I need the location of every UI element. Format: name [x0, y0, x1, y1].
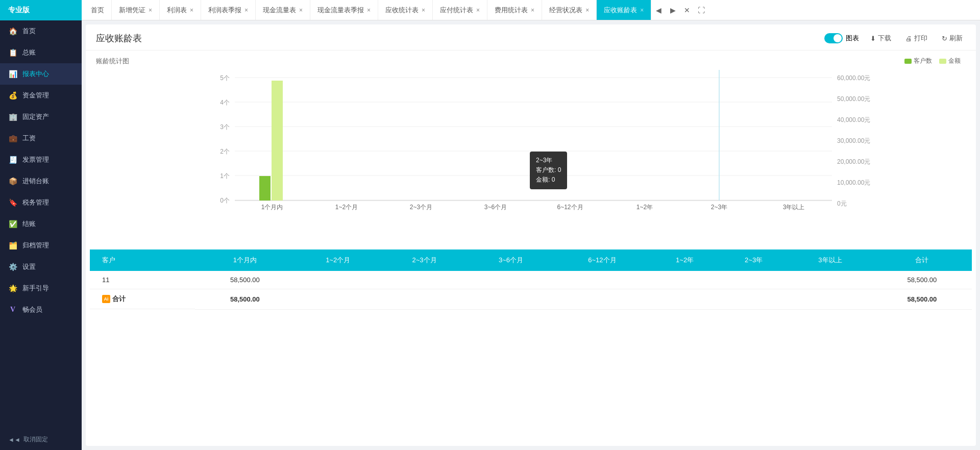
sidebar-item-settle[interactable]: ✅ 结账: [0, 213, 82, 235]
svg-text:0个: 0个: [220, 197, 230, 204]
sidebar-item-reports-label: 报表中心: [22, 69, 49, 79]
download-icon: ⬇: [870, 35, 876, 42]
total-label: 合计: [112, 294, 126, 304]
tab-business-stat[interactable]: 经营状况表 ×: [542, 0, 597, 20]
sidebar-item-sales[interactable]: 📦 进销台账: [0, 170, 82, 192]
svg-text:30,000.00元: 30,000.00元: [837, 137, 870, 144]
tab-payable-stat-close[interactable]: ×: [476, 7, 480, 14]
print-button[interactable]: 🖨 打印: [902, 32, 930, 45]
tab-expense-stat[interactable]: 费用统计表 ×: [487, 0, 542, 20]
tab-cashflow-quarter-close[interactable]: ×: [367, 7, 371, 14]
sidebar-item-sales-label: 进销台账: [22, 177, 49, 186]
tab-nav-prev[interactable]: ◀: [651, 0, 666, 20]
tab-cashflow-quarter-label: 现金流量表季报: [317, 6, 364, 15]
tab-profit-quarter-close[interactable]: ×: [244, 7, 248, 14]
total-m2-3: [381, 289, 468, 310]
tab-profit-label: 利润表: [167, 6, 187, 15]
total-y2-3: [719, 289, 788, 310]
sidebar-item-funds[interactable]: 💰 资金管理: [0, 85, 82, 106]
sidebar-item-guide[interactable]: 🌟 新手引导: [0, 278, 82, 299]
tab-voucher-label: 新增凭证: [119, 6, 145, 15]
chart-svg: 5个 4个 3个 2个 1个 0个 60,000.00元 50,000.00元 …: [96, 70, 966, 233]
sidebar-item-assets-label: 固定资产: [22, 112, 49, 121]
header-actions: 图表 ⬇ 下载 🖨 打印 ↻ 刷新: [824, 32, 966, 45]
sidebar-item-tax-label: 税务管理: [22, 198, 49, 207]
svg-text:4个: 4个: [220, 99, 230, 106]
svg-text:3年以上: 3年以上: [783, 204, 805, 211]
toggle-track[interactable]: [824, 33, 843, 43]
tab-home[interactable]: 首页: [84, 0, 112, 20]
salary-icon: 💼: [8, 134, 17, 142]
cell-m2-3: [381, 271, 468, 289]
tab-cashflow-quarter[interactable]: 现金流量表季报 ×: [310, 0, 378, 20]
member-icon: V: [8, 306, 17, 314]
tab-profit[interactable]: 利润表 ×: [160, 0, 201, 20]
guide-icon: 🌟: [8, 284, 17, 292]
total-m3-6: [468, 289, 554, 310]
tab-receivable-aging[interactable]: 应收账龄表 ×: [597, 0, 651, 20]
tab-close-all[interactable]: ✕: [680, 0, 694, 20]
tab-voucher-close[interactable]: ×: [149, 7, 152, 14]
tab-nav-next[interactable]: ▶: [666, 0, 680, 20]
cell-m1-2: [295, 271, 381, 289]
sidebar-item-archive[interactable]: 🗂️ 归档管理: [0, 235, 82, 256]
sidebar-item-ledger[interactable]: 📋 总账: [0, 42, 82, 63]
legend-amount-color: [939, 59, 946, 64]
sidebar-item-home[interactable]: 🏠 首页: [0, 20, 82, 42]
cell-customer: 11: [90, 271, 195, 289]
tab-cashflow-close[interactable]: ×: [299, 7, 303, 14]
sidebar-item-member[interactable]: V 畅会员: [0, 299, 82, 320]
funds-icon: 💰: [8, 91, 17, 99]
svg-text:1~2个月: 1~2个月: [335, 204, 358, 211]
refresh-icon: ↻: [942, 35, 947, 42]
tab-payable-stat[interactable]: 应付统计表 ×: [433, 0, 487, 20]
app-logo: 专业版: [0, 0, 82, 20]
svg-text:20,000.00元: 20,000.00元: [837, 158, 870, 165]
svg-text:10,000.00元: 10,000.00元: [837, 179, 870, 186]
sidebar-item-home-label: 首页: [22, 27, 36, 36]
refresh-button[interactable]: ↻ 刷新: [939, 32, 966, 45]
svg-text:3~6个月: 3~6个月: [484, 204, 507, 211]
sidebar-item-salary[interactable]: 💼 工资: [0, 128, 82, 149]
sidebar-item-settings[interactable]: ⚙️ 设置: [0, 256, 82, 278]
invoice-icon: 🧾: [8, 156, 17, 164]
sales-icon: 📦: [8, 177, 17, 185]
toggle-thumb: [834, 34, 842, 42]
cell-y1-2: [650, 271, 719, 289]
tab-home-label: 首页: [91, 6, 104, 15]
tab-business-stat-close[interactable]: ×: [585, 7, 589, 14]
tab-cashflow[interactable]: 现金流量表 ×: [256, 0, 310, 20]
legend-customers: 客户数: [904, 57, 932, 65]
chart-toggle[interactable]: 图表: [824, 33, 859, 43]
archive-icon: 🗂️: [8, 241, 17, 249]
assets-icon: 🏢: [8, 113, 17, 121]
download-button[interactable]: ⬇ 下载: [867, 32, 894, 45]
col-customer: 客户: [90, 249, 195, 271]
sidebar-pin-toggle[interactable]: ◄◄ 取消固定: [0, 429, 82, 450]
col-m6-12: 6~12个月: [554, 249, 651, 271]
tab-profit-quarter[interactable]: 利润表季报 ×: [201, 0, 256, 20]
tab-voucher[interactable]: 新增凭证 ×: [112, 0, 160, 20]
tab-expense-stat-close[interactable]: ×: [531, 7, 534, 14]
sidebar-item-assets[interactable]: 🏢 固定资产: [0, 106, 82, 128]
sidebar: 专业版 🏠 首页 📋 总账 📊 报表中心 💰 资金管理 🏢 固定资产 💼 工资 …: [0, 0, 82, 450]
tab-bar: 首页 新增凭证 × 利润表 × 利润表季报 × 现金流量表 × 现金流量表季报 …: [82, 0, 980, 20]
page-header: 应收账龄表 图表 ⬇ 下载 🖨 打印 ↻ 刷新: [86, 24, 976, 51]
svg-text:0元: 0元: [837, 200, 847, 207]
sidebar-item-ledger-label: 总账: [22, 48, 36, 57]
tab-business-stat-label: 经营状况表: [549, 6, 582, 15]
tab-receivable-stat[interactable]: 应收统计表 ×: [378, 0, 433, 20]
table-row: 11 58,500.00 58,500.00: [90, 271, 972, 289]
settings-icon: ⚙️: [8, 263, 17, 271]
tab-receivable-stat-close[interactable]: ×: [422, 7, 425, 14]
sidebar-item-tax[interactable]: 🔖 税务管理: [0, 192, 82, 213]
sidebar-item-salary-label: 工资: [22, 134, 36, 143]
tab-maximize[interactable]: ⛶: [694, 0, 708, 20]
sidebar-item-invoice[interactable]: 🧾 发票管理: [0, 149, 82, 170]
col-total: 合计: [872, 249, 972, 271]
tab-receivable-aging-close[interactable]: ×: [640, 7, 644, 14]
sidebar-item-reports[interactable]: 📊 报表中心: [0, 63, 82, 85]
tab-profit-close[interactable]: ×: [190, 7, 193, 14]
svg-text:1个: 1个: [220, 172, 230, 180]
tab-expense-stat-label: 费用统计表: [495, 6, 528, 15]
